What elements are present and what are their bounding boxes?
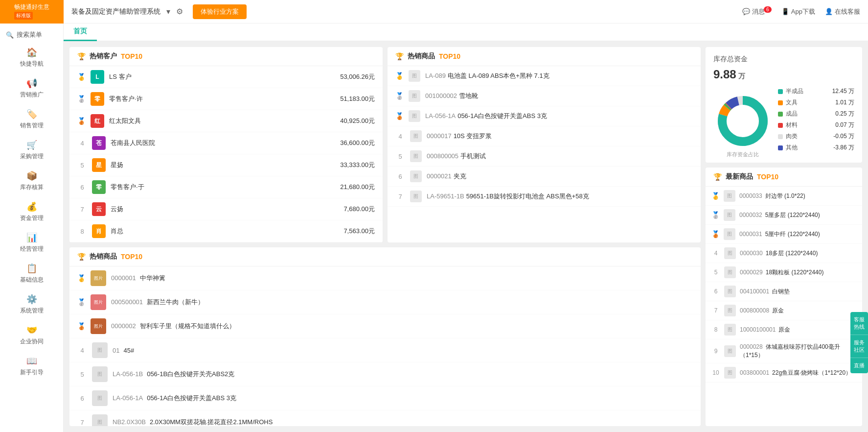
sidebar-item-marketing[interactable]: 📢 营销推广	[0, 73, 63, 104]
list-item: 7 图 NB2.0X30B2.0X30MM双搓花轴.搓花直径2.1MM/ROHS	[69, 410, 701, 426]
app-download-btn[interactable]: 📱 App下载	[781, 7, 815, 16]
medal-3-icon: 🥉	[77, 117, 86, 125]
marketing-icon: 📢	[26, 78, 37, 89]
legend-list: 半成品 12.45 万 文具 1.01 万 成品 0	[778, 87, 854, 155]
list-item: 8 肖 肖总 7,563.00元	[69, 220, 383, 242]
product-thumb: 图	[724, 345, 736, 357]
notifications-btn[interactable]: 💬 消息 6	[742, 7, 772, 16]
sidebar-item-inventory[interactable]: 📦 库存核算	[0, 166, 63, 196]
notification-icon: 💬	[742, 8, 750, 15]
avatar: 零	[92, 180, 106, 194]
legend-item: 其他 -3.86 万	[778, 144, 854, 152]
list-item: 4 图 0145#	[69, 338, 701, 362]
new-products-list: 🥇 图 0000033封边带 (1.0*22) 🥈 图 00000325厘多层 …	[706, 187, 862, 383]
hot-products-right-list: 🥇 图 LA-089电池盖 LA-089 ABS本色+黑种 7.1克 🥈 图 0…	[388, 66, 701, 207]
product-thumb: 图	[410, 191, 422, 202]
sidebar-item-finance[interactable]: 💰 资金管理	[0, 196, 63, 227]
sidebar-item-quick-nav[interactable]: 🏠 快捷导航	[0, 42, 63, 73]
product-thumb: 图	[410, 130, 422, 142]
service-icon: 👤	[825, 8, 833, 15]
product-thumb: 图	[724, 324, 736, 336]
trophy4-icon: 🏆	[713, 173, 722, 181]
list-item: 7 图 LA-59651-1B59651-1B旋转投影灯电池盒 ABS黑色+58…	[388, 187, 701, 207]
sidebar-item-basics[interactable]: 📋 基础信息	[0, 258, 63, 289]
page-tabs: 首页	[64, 24, 868, 41]
hot-selling-products-card: 🏆 热销商品 TOP10 🥇 图片 0000001中华神篱 🥈 图片	[69, 247, 701, 426]
list-item: 6 图 004100001白钢垫	[706, 282, 862, 301]
trophy-icon: 🏆	[77, 52, 86, 60]
list-item: 🥈 图 001000002雪地靴	[388, 86, 701, 106]
avatar: 星	[92, 158, 106, 172]
inventory-title: 库存总资金	[713, 55, 854, 64]
list-item: 4 苍 苍南县人民医院 36,600.00元	[69, 132, 383, 154]
list-item: 5 星 星扬 33,333.00元	[69, 154, 383, 176]
sidebar-search[interactable]: 🔍 搜索菜单	[0, 27, 63, 42]
sidebar-item-coop[interactable]: 🤝 企业协同	[0, 320, 63, 351]
product-thumb: 图	[92, 414, 108, 426]
list-item: 6 图 0000021夹克	[388, 167, 701, 187]
list-item: 8 图 10000100001原金	[706, 320, 862, 339]
list-item: 🥇 图 0000033封边带 (1.0*22)	[706, 187, 862, 206]
sidebar-item-system[interactable]: ⚙️ 系统管理	[0, 289, 63, 320]
trophy3-icon: 🏆	[77, 253, 86, 261]
legend-dot	[778, 145, 783, 150]
top-header: 畅捷通好生意 标准版 装备及固定资产辅助管理系统 ▾ ⚙ 体验行业方案 💬 消息…	[0, 0, 868, 24]
product-thumb: 图	[724, 228, 735, 240]
list-item: 4 图 000001710S 变扭罗浆	[388, 126, 701, 146]
inventory-card: 库存总资金 9.88万	[706, 47, 862, 163]
medal-1-icon: 🥇	[77, 73, 86, 81]
hot-customers-card: 🏆 热销客户 TOP10 🥇 L LS 客户 53,006.26元	[69, 47, 383, 242]
legend-item: 文具 1.01 万	[778, 98, 854, 107]
product-thumb: 图	[724, 305, 736, 316]
list-item: 🥇 图片 0000001中华神篱	[69, 266, 701, 290]
cs-live-btn[interactable]: 直播	[850, 358, 868, 373]
content-area: 首页 🏆 热销客户 TOP10	[64, 24, 868, 432]
dropdown-icon[interactable]: ▾	[166, 7, 170, 16]
product-thumb: 图	[410, 150, 422, 162]
legend-dot	[778, 100, 783, 105]
legend-item: 材料 0.07 万	[778, 121, 854, 129]
list-item: 🥈 零 零售客户·许 51,183.00元	[69, 88, 383, 110]
online-service-btn[interactable]: 👤 在线客服	[825, 7, 860, 16]
svg-point-6	[728, 106, 757, 136]
selling-products-list: 🥇 图片 0000001中华神篱 🥈 图片 000500001新西兰牛肉（新牛）…	[69, 266, 701, 426]
new-products-header: 🏆 最新商品 TOP10	[706, 168, 862, 187]
sidebar-item-guide[interactable]: 📖 新手引导	[0, 351, 63, 382]
gear-icon[interactable]: ⚙	[176, 7, 183, 16]
home-icon: 🏠	[26, 47, 37, 58]
cs-hotline-btn[interactable]: 客服热线	[850, 312, 868, 335]
product-thumb: 图片	[91, 294, 106, 310]
product-thumb: 图	[92, 390, 108, 406]
product-thumb: 图	[724, 247, 736, 259]
trial-button[interactable]: 体验行业方案	[193, 4, 247, 19]
inventory-icon: 📦	[26, 170, 37, 181]
product-thumb: 图片	[91, 318, 106, 334]
list-item: 9 图 0000028体城嘉枝味苏打饮品400毫升（1*15）	[706, 339, 862, 363]
legend-dot	[778, 112, 783, 117]
logo-area: 畅捷通好生意 标准版	[0, 0, 64, 24]
list-item: 🥉 红 红太阳文具 40,925.00元	[69, 110, 383, 132]
sidebar-item-sales[interactable]: 🏷️ 销售管理	[0, 104, 63, 135]
sidebar: 🔍 搜索菜单 🏠 快捷导航 📢 营销推广 🏷️ 销售管理 🛒 采购管理 📦 库存…	[0, 24, 64, 432]
list-item: 🥉 图 00000315厘中纤 (1220*2440)	[706, 225, 862, 244]
legend-dot	[778, 134, 783, 139]
list-item: 🥇 L LS 客户 53,006.26元	[69, 66, 383, 88]
product-thumb: 图	[724, 367, 736, 379]
chart-area: 库存资金占比 半成品 12.45 万 文具 1.01 万	[713, 87, 854, 155]
main-content: 🏆 热销客户 TOP10 🥇 L LS 客户 53,006.26元	[64, 41, 868, 432]
list-item: 4 图 000003018多层 (1220*2440)	[706, 244, 862, 263]
sidebar-item-purchase[interactable]: 🛒 采购管理	[0, 135, 63, 166]
hot-customers-header: 🏆 热销客户 TOP10	[69, 47, 383, 66]
logo-badge: 标准版	[14, 12, 33, 20]
product-thumb: 图	[409, 110, 420, 122]
product-thumb: 图	[724, 286, 736, 297]
cs-community-btn[interactable]: 服务社区	[850, 335, 868, 358]
legend-item: 半成品 12.45 万	[778, 87, 854, 96]
legend-dot	[778, 123, 783, 128]
top-row: 🏆 热销客户 TOP10 🥇 L LS 客户 53,006.26元	[69, 47, 701, 242]
list-item: 5 图 000002918颗粒板 (1220*2440)	[706, 263, 862, 282]
hot-selling-header: 🏆 热销商品 TOP10	[69, 247, 701, 266]
header-system-name: 装备及固定资产辅助管理系统 ▾ ⚙ 体验行业方案	[71, 4, 247, 19]
sidebar-item-operation[interactable]: 📊 经营管理	[0, 227, 63, 258]
tab-home[interactable]: 首页	[64, 24, 97, 41]
